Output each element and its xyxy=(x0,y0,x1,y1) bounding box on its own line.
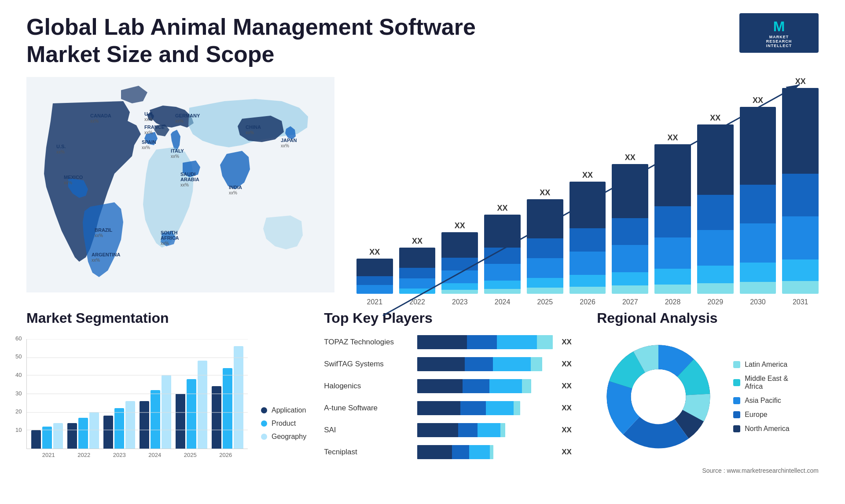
player-name-swiftag: SwifTAG Systems xyxy=(324,360,412,369)
top-section: CANADA xx% U.S. xx% MEXICO xx% BRAZIL xx… xyxy=(26,77,819,292)
svg-text:xx%: xx% xyxy=(229,190,237,195)
seg-bars-2021 xyxy=(31,423,63,449)
legend-geography: Geography xyxy=(261,433,306,441)
page-title: Global Lab Animal Management Software Ma… xyxy=(26,13,511,68)
svg-text:xx%: xx% xyxy=(64,180,72,185)
bar-group-2024: XX 2024 xyxy=(484,204,521,306)
player-row-swiftag: SwifTAG Systems XX xyxy=(324,357,579,371)
svg-text:xx%: xx% xyxy=(92,258,100,263)
map-label-southafrica: SOUTH xyxy=(161,230,178,235)
legend-middle-east-africa: Middle East &Africa xyxy=(733,375,789,391)
legend-mea-label: Middle East &Africa xyxy=(745,375,788,391)
source-text: Source : www.marketresearchintellect.com xyxy=(597,467,819,474)
map-label-japan: JAPAN xyxy=(281,138,297,143)
seg-bars-2026 xyxy=(212,346,243,449)
player-row-topaz: TOPAZ Technologies XX xyxy=(324,335,579,349)
map-label-italy: ITALY xyxy=(171,148,184,153)
bar-group-2023: XX 2023 xyxy=(441,221,478,306)
map-label-brazil: BRAZIL xyxy=(95,227,113,233)
player-name-sai: SAI xyxy=(324,426,412,435)
bar-chart-section: XX 2021 XX 2022 xyxy=(352,77,819,292)
svg-point-31 xyxy=(632,370,685,423)
dot-north-america xyxy=(733,425,740,432)
player-row-tecniplast: Tecniplast XX xyxy=(324,445,579,459)
svg-text:xx%: xx% xyxy=(180,183,189,187)
map-label-argentina: ARGENTINA xyxy=(92,252,120,257)
player-name-tecniplast: Tecniplast xyxy=(324,448,412,457)
player-bar-container-topaz xyxy=(417,335,553,349)
svg-text:AFRICA: AFRICA xyxy=(161,235,179,241)
player-row-sai: SAI XX xyxy=(324,423,579,437)
player-value-atune: XX xyxy=(562,404,579,413)
map-label-germany: GERMANY xyxy=(175,113,200,118)
player-name-topaz: TOPAZ Technologies xyxy=(324,338,412,347)
dot-middle-east-africa xyxy=(733,379,740,386)
map-label-spain: SPAIN xyxy=(142,139,156,145)
logo-container: M MARKETRESEARCHINTELLECT xyxy=(739,13,819,53)
svg-text:xx%: xx% xyxy=(246,130,254,135)
donut-container: Latin America Middle East &Africa Asia P… xyxy=(597,335,819,458)
legend-dot-geography xyxy=(261,434,267,440)
legend-latin-america: Latin America xyxy=(733,361,789,369)
player-row-halogenics: Halogenics XX xyxy=(324,379,579,393)
map-label-uk: U.K. xyxy=(144,111,154,117)
dot-asia-pacific xyxy=(733,397,740,404)
svg-text:xx%: xx% xyxy=(144,117,153,122)
bar-group-2026: XX 2026 xyxy=(569,171,606,306)
map-label-india: INDIA xyxy=(229,185,242,190)
svg-text:xx%: xx% xyxy=(142,145,150,150)
map-label-canada: CANADA xyxy=(90,113,111,118)
map-label-china: CHINA xyxy=(246,124,261,130)
header: Global Lab Animal Management Software Ma… xyxy=(26,13,819,68)
map-label-mexico: MEXICO xyxy=(64,175,83,180)
svg-text:xx%: xx% xyxy=(144,130,153,135)
player-value-tecniplast: XX xyxy=(562,448,579,457)
seg-chart-container: 60 50 40 30 20 10 xyxy=(26,335,306,458)
seg-bars-2023 xyxy=(103,401,135,449)
logo-letter: M xyxy=(773,18,785,35)
player-bar-container-atune xyxy=(417,401,553,415)
legend-dot-product xyxy=(261,420,267,427)
donut-chart xyxy=(597,335,720,458)
bar-group-2021: XX 2021 xyxy=(356,248,393,306)
bar-group-2029: XX 2029 xyxy=(697,113,734,306)
player-value-swiftag: XX xyxy=(562,360,579,369)
legend-application: Application xyxy=(261,406,306,414)
logo-box: M MARKETRESEARCHINTELLECT xyxy=(739,13,819,53)
svg-text:xx%: xx% xyxy=(171,154,179,159)
player-bar-container-halogenics xyxy=(417,379,553,393)
bar-group-2022: XX 2022 xyxy=(399,237,436,306)
dot-latin-america xyxy=(733,361,740,368)
logo-text: MARKETRESEARCHINTELLECT xyxy=(766,35,792,48)
legend-product: Product xyxy=(261,420,306,427)
segmentation-title: Market Segmentation xyxy=(26,310,306,326)
player-bar-container-tecniplast xyxy=(417,445,553,459)
legend-europe: Europe xyxy=(733,411,789,419)
svg-text:xx%: xx% xyxy=(281,143,289,148)
legend-asia-pacific: Asia Pacific xyxy=(733,397,789,405)
page-container: Global Lab Animal Management Software Ma… xyxy=(0,0,845,504)
map-label-france: FRANCE xyxy=(144,124,165,130)
player-value-sai: XX xyxy=(562,426,579,435)
bar-group-2028: XX 2028 xyxy=(654,133,691,306)
bar-group-2025: XX 2025 xyxy=(527,188,563,306)
map-label-saudi: SAUDI xyxy=(180,172,195,177)
bar-group-2027: XX 2027 xyxy=(612,153,648,306)
seg-legend: Application Product Geography xyxy=(261,406,306,458)
player-bar-container-sai xyxy=(417,423,553,437)
map-section: CANADA xx% U.S. xx% MEXICO xx% BRAZIL xx… xyxy=(26,77,334,292)
seg-bars-2025 xyxy=(176,361,207,449)
legend-north-america: North America xyxy=(733,425,789,433)
players-section: Top Key Players TOPAZ Technologies XX xyxy=(324,310,579,474)
bottom-section: Market Segmentation 60 50 40 30 20 10 xyxy=(26,310,819,474)
player-name-atune: A-tune Software xyxy=(324,404,412,413)
svg-text:xx%: xx% xyxy=(95,233,103,238)
player-value-topaz: XX xyxy=(562,338,579,347)
player-value-halogenics: XX xyxy=(562,382,579,391)
dot-europe xyxy=(733,411,740,418)
svg-text:ARABIA: ARABIA xyxy=(180,177,199,182)
legend-dot-application xyxy=(261,407,267,413)
svg-text:xx%: xx% xyxy=(175,119,184,124)
bar-group-2030: XX 2030 xyxy=(740,96,776,306)
regional-section: Regional Analysis xyxy=(597,310,819,474)
